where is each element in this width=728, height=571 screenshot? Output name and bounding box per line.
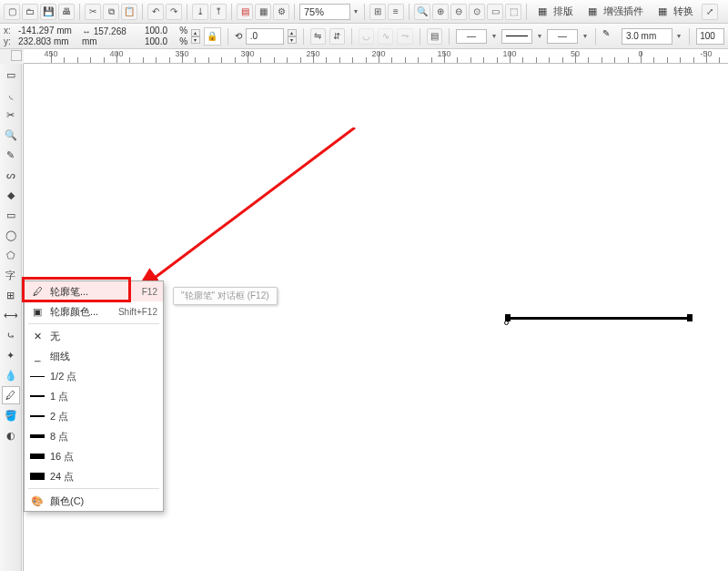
ellipse-tool-icon[interactable]: ◯ <box>2 226 20 244</box>
separator <box>409 4 410 20</box>
mirror-v-icon[interactable]: ⇵ <box>329 28 345 45</box>
selected-line-object[interactable] <box>508 317 690 320</box>
separator <box>187 4 187 20</box>
line-style-dropdown[interactable] <box>501 29 532 44</box>
mirror-h-icon[interactable]: ⇋ <box>310 28 326 45</box>
menu-shortcut: Shift+F12 <box>112 307 163 317</box>
redo-icon[interactable]: ↷ <box>166 4 182 20</box>
open-file-icon[interactable]: 🗀 <box>22 4 38 20</box>
zoom-tool-icon[interactable]: 🔍 <box>414 4 430 20</box>
menu-item-2pt[interactable]: 2 点 <box>25 406 163 426</box>
menu-label: 2 点 <box>50 410 163 423</box>
pdf-icon[interactable]: ▤ <box>237 4 253 20</box>
chevron-down-icon[interactable]: ▾ <box>536 32 543 40</box>
rotation-spinner[interactable]: ▴▾ <box>288 29 297 44</box>
expand-icon[interactable]: ⤢ <box>702 4 718 20</box>
fill-tool-icon[interactable]: 🪣 <box>2 406 20 424</box>
undo-icon[interactable]: ↶ <box>147 4 164 20</box>
menu-item-half-pt[interactable]: 1/2 点 <box>25 366 163 386</box>
zoom-fit-icon[interactable]: ⊙ <box>469 4 485 20</box>
curve-tool-icon[interactable]: ⤳ <box>397 28 412 45</box>
zoom-page-icon[interactable]: ▭ <box>487 4 503 20</box>
interactive-fill-icon[interactable]: ◐ <box>2 426 20 444</box>
smart-fill-icon[interactable]: ◆ <box>2 186 20 204</box>
separator <box>351 28 352 45</box>
table-tool-icon[interactable]: ⊞ <box>2 286 20 304</box>
shape-tool-icon[interactable]: ◟ <box>2 86 20 104</box>
menu-item-16pt[interactable]: 16 点 <box>25 446 163 466</box>
effects-tool-icon[interactable]: ✦ <box>2 346 20 364</box>
none-icon: ✕ <box>25 331 50 342</box>
menu-label: 颜色(C) <box>50 495 163 508</box>
export-icon[interactable]: ⤒ <box>210 4 227 20</box>
copies-value: 100 <box>700 31 715 41</box>
crop-tool-icon[interactable]: ✂ <box>2 106 20 124</box>
pick-tool-icon[interactable]: ▭ <box>2 66 20 84</box>
chevron-down-icon[interactable]: ▾ <box>352 7 359 15</box>
dimension-tool-icon[interactable]: ⟷ <box>2 306 20 324</box>
menu-item-hairline[interactable]: ⎯ 细线 <box>25 346 163 366</box>
polygon-tool-icon[interactable]: ⬠ <box>2 246 20 264</box>
copy-icon[interactable]: ⧉ <box>103 4 119 20</box>
menu-item-none[interactable]: ✕ 无 <box>25 326 163 346</box>
connector-tool-icon[interactable]: ⤿ <box>2 326 20 344</box>
text-tool-icon[interactable]: 字 <box>2 266 20 284</box>
zoom-tool-icon[interactable]: 🔍 <box>2 126 20 144</box>
separator <box>689 28 690 45</box>
separator <box>420 28 420 45</box>
outline-pen-icon[interactable]: ✎ <box>602 28 618 45</box>
bezier-tool-icon[interactable]: ᔕ <box>2 166 20 184</box>
new-file-icon[interactable]: ▢ <box>4 4 20 20</box>
options-icon[interactable]: ⚙ <box>273 4 289 20</box>
menu-item-color[interactable]: 🎨 颜色(C) <box>25 491 163 511</box>
menu-separator <box>28 323 159 324</box>
chevron-down-icon[interactable]: ▾ <box>581 32 589 40</box>
paste-icon[interactable]: 📋 <box>121 4 137 20</box>
snapping-icon[interactable]: ⊞ <box>369 4 386 20</box>
line-weight-icon <box>25 376 50 377</box>
separator <box>595 28 596 45</box>
chevron-down-icon[interactable]: ▾ <box>676 32 683 40</box>
eyedropper-tool-icon[interactable]: 💧 <box>2 366 20 384</box>
rotation-input[interactable]: .0 <box>246 28 284 45</box>
auto-close-icon[interactable]: ◡ <box>359 28 374 45</box>
selection-node[interactable] <box>504 321 509 325</box>
outline-pen-flyout-icon[interactable]: 🖊 <box>2 386 20 404</box>
zoom-in-icon[interactable]: ⊕ <box>432 4 449 20</box>
lock-ratio-icon[interactable]: 🔒 <box>204 27 221 46</box>
menu-item-outline-color[interactable]: ▣ 轮廓颜色... Shift+F12 <box>25 301 163 321</box>
import-icon[interactable]: ⤓ <box>192 4 208 20</box>
chevron-down-icon[interactable]: ▾ <box>490 32 498 40</box>
plugins-button[interactable]: ▦增强插件 <box>581 3 650 21</box>
zoom-out-icon[interactable]: ⊖ <box>450 4 467 20</box>
menu-item-8pt[interactable]: 8 点 <box>25 426 163 446</box>
outline-pen-flyout-menu: 🖊 轮廓笔... F12 ▣ 轮廓颜色... Shift+F12 ✕ 无 ⎯ 细… <box>24 280 164 512</box>
grid-icon: ▦ <box>588 5 601 18</box>
cut-icon[interactable]: ✂ <box>85 4 101 20</box>
freehand-tool-icon[interactable]: ✎ <box>2 146 20 164</box>
separator <box>228 28 228 45</box>
rectangle-tool-icon[interactable]: ▭ <box>2 206 20 224</box>
copies-input[interactable]: 100 <box>696 28 724 45</box>
align-icon[interactable]: ≡ <box>388 4 404 20</box>
zoom-all-icon[interactable]: ⬚ <box>505 4 521 20</box>
zoom-input[interactable]: 75% <box>299 4 350 20</box>
selection-handle[interactable] <box>687 314 693 321</box>
convert-button[interactable]: ▦转换 <box>652 3 700 21</box>
start-arrow-dropdown[interactable]: — <box>456 29 487 44</box>
menu-item-outline-pen[interactable]: 🖊 轮廓笔... F12 <box>25 281 163 301</box>
ruler-origin-icon[interactable] <box>11 50 22 61</box>
menu-item-1pt[interactable]: 1 点 <box>25 386 163 406</box>
layout-button[interactable]: ▦排版 <box>531 3 580 21</box>
convert-curve-icon[interactable]: ∿ <box>378 28 393 45</box>
outline-width-input[interactable]: 3.0 mm <box>622 28 672 45</box>
app-launcher-icon[interactable]: ▦ <box>255 4 271 20</box>
menu-label: 无 <box>50 330 163 343</box>
print-icon[interactable]: 🖶 <box>58 4 75 20</box>
end-arrow-dropdown[interactable]: — <box>547 29 578 44</box>
scale-spinner[interactable]: ▴▾ <box>191 29 200 44</box>
menu-item-24pt[interactable]: 24 点 <box>25 466 163 486</box>
wrap-text-icon[interactable]: ▤ <box>427 28 442 45</box>
menu-label: 16 点 <box>50 450 163 464</box>
save-icon[interactable]: 💾 <box>40 4 56 20</box>
